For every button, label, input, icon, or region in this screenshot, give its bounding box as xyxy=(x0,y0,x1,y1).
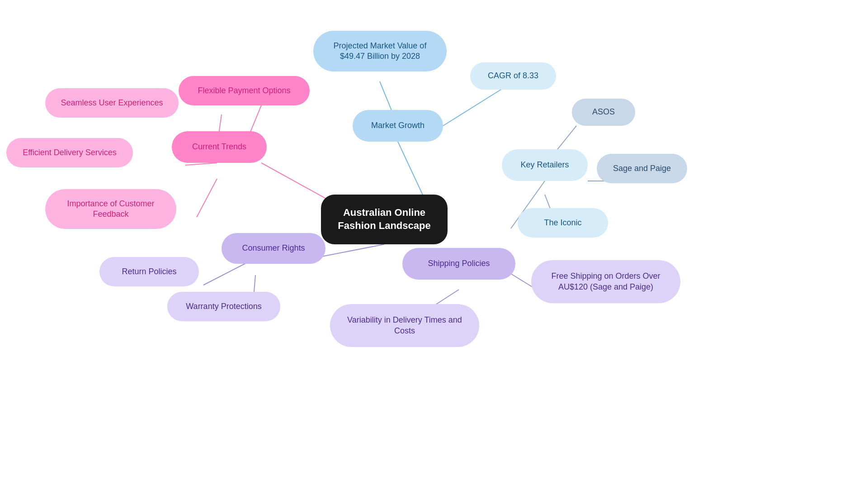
warranty-node: Warranty Protections xyxy=(167,292,280,321)
return-policies-node: Return Policies xyxy=(99,257,199,286)
current-trends-node: Current Trends xyxy=(172,131,267,163)
market-growth-node: Market Growth xyxy=(353,110,443,142)
consumer-rights-node: Consumer Rights xyxy=(222,233,326,264)
projected-market-node: Projected Market Value of $49.47 Billion… xyxy=(313,31,447,71)
svg-line-11 xyxy=(197,179,217,217)
svg-line-13 xyxy=(203,261,251,285)
flexible-payment-node: Flexible Payment Options xyxy=(179,76,310,105)
seamless-ux-node: Seamless User Experiences xyxy=(45,88,179,118)
free-shipping-node: Free Shipping on Orders Over AU$120 (Sag… xyxy=(531,260,680,303)
center-node: Australian Online Fashion Landscape xyxy=(321,195,448,244)
key-retailers-node: Key Retailers xyxy=(502,149,588,181)
the-iconic-node: The Iconic xyxy=(518,208,608,238)
customer-feedback-node: Importance of Customer Feedback xyxy=(45,189,176,229)
variability-node: Variability in Delivery Times and Costs xyxy=(330,304,479,347)
efficient-delivery-node: Efficient Delivery Services xyxy=(6,138,133,167)
asos-node: ASOS xyxy=(572,99,635,126)
svg-line-10 xyxy=(185,163,217,165)
shipping-policies-node: Shipping Policies xyxy=(402,248,515,280)
sage-paige-node: Sage and Paige xyxy=(597,154,687,183)
cagr-node: CAGR of 8.33 xyxy=(470,62,556,90)
